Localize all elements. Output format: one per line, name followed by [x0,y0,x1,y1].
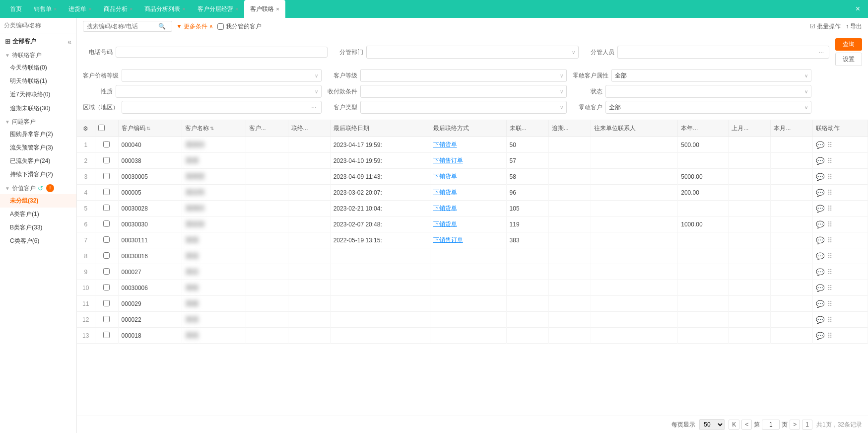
chat-icon[interactable]: 💬 [816,173,824,181]
staff-select[interactable]: ··· [617,46,829,59]
window-close-icon[interactable]: × [852,4,864,13]
query-button[interactable]: 查询 [835,38,862,51]
filter-search-input[interactable] [87,23,156,30]
sort-code-icon[interactable]: ⇅ [146,126,150,131]
status-select[interactable]: ∨ [605,85,811,98]
row-checkbox[interactable] [95,312,118,328]
chat-icon[interactable]: 💬 [816,205,824,213]
sidebar-item-ungrouped[interactable]: 未分组(32) [0,194,76,208]
chat-icon[interactable]: 💬 [816,236,824,244]
row-last-method[interactable]: 下销售订单 [430,153,506,169]
my-customers-checkbox[interactable]: 我分管的客户 [217,22,262,31]
close-tab-5-icon[interactable]: × [276,0,279,18]
attr-select[interactable]: 全部 ∨ [611,69,811,82]
export-btn[interactable]: ↑ 导出 [846,22,862,31]
app-icon[interactable]: ⠿ [827,157,832,165]
row-checkbox[interactable] [95,232,118,248]
sidebar-item-churning[interactable]: 流失预警客户(3) [0,141,76,154]
region-dots[interactable]: ··· [309,104,318,111]
row-checkbox[interactable] [95,296,118,312]
app-icon[interactable]: ⠿ [827,141,832,149]
nav-tab-0[interactable]: 销售单 × [28,0,63,18]
sidebar-item-7days[interactable]: 近7天待联络(0) [0,88,76,101]
row-checkbox[interactable] [95,153,118,169]
app-icon[interactable]: ⠿ [827,284,832,292]
last-method-link[interactable]: 下销售订单 [433,236,463,243]
refresh-icon[interactable]: ↺ [38,185,43,192]
level-select[interactable]: ∨ [360,69,566,82]
row-last-method[interactable]: 下销货单 [430,185,506,201]
sidebar-value-group[interactable]: ▼ 价值客户 ↺ ! [0,182,76,194]
sidebar-item-tomorrow[interactable]: 明天待联络(1) [0,74,76,88]
app-icon[interactable]: ⠿ [827,220,832,228]
row-checkbox[interactable] [95,280,118,296]
last-method-link[interactable]: 下销货单 [433,205,457,212]
app-icon[interactable]: ⠿ [827,316,832,324]
sidebar-collapse-icon[interactable]: « [67,38,71,46]
row-last-method[interactable]: 下销售订单 [430,232,506,248]
app-icon[interactable]: ⠿ [827,189,832,197]
row-checkbox[interactable] [95,328,118,344]
gear-icon[interactable]: ⚙ [83,125,88,132]
last-method-link[interactable]: 下销货单 [433,189,457,196]
filter-search-icon[interactable]: 🔍 [158,23,166,30]
chat-icon[interactable]: 💬 [816,316,824,324]
row-last-method[interactable]: 下销货单 [430,137,506,153]
sidebar-pending-group[interactable]: ▼ 待联络客户 [0,49,76,61]
row-last-method[interactable]: 下销货单 [430,216,506,232]
chat-icon[interactable]: 💬 [816,189,824,197]
row-checkbox[interactable] [95,201,118,216]
batch-op-btn[interactable]: ☑ 批量操作 [810,22,841,31]
nav-tab-1[interactable]: 进货单 × [63,0,97,18]
phone-input[interactable] [116,47,328,58]
sidebar-item-a-class[interactable]: A类客户(1) [0,208,76,221]
chat-icon[interactable]: 💬 [816,252,824,260]
type-select[interactable]: ∨ [360,101,566,114]
chat-icon[interactable]: 💬 [816,220,824,228]
dept-select[interactable]: ∨ [366,46,578,59]
sidebar-search-input[interactable] [4,22,77,29]
close-tab-2-icon[interactable]: × [130,0,133,18]
region-select[interactable]: ··· [122,101,322,114]
close-tab-0-icon[interactable]: × [54,0,57,18]
first-page-btn[interactable]: K [729,420,739,430]
sidebar-item-churned[interactable]: 已流失客户(24) [0,154,76,168]
chat-icon[interactable]: 💬 [816,157,824,165]
close-tab-1-icon[interactable]: × [88,0,91,18]
sidebar-problem-group[interactable]: ▼ 问题客户 [0,115,76,128]
sidebar-item-overdue[interactable]: 逾期未联络(30) [0,102,76,115]
retail-select[interactable]: 全部 ∨ [605,101,811,114]
reset-button[interactable]: 设置 [835,53,862,66]
sort-name-icon[interactable]: ⇅ [210,126,214,131]
close-tab-3-icon[interactable]: × [182,0,185,18]
staff-dots[interactable]: ··· [817,49,826,56]
last-method-link[interactable]: 下销售订单 [433,157,463,164]
row-checkbox[interactable] [95,216,118,232]
sidebar-item-c-class[interactable]: C类客户(6) [0,234,76,248]
nav-home[interactable]: 首页 [4,0,28,18]
last-method-link[interactable]: 下销货单 [433,220,457,227]
app-icon[interactable]: ⠿ [827,236,832,244]
app-icon[interactable]: ⠿ [827,205,832,213]
row-checkbox[interactable] [95,264,118,280]
last-method-link[interactable]: 下销货单 [433,141,457,148]
app-icon[interactable]: ⠿ [827,332,832,340]
my-customers-check[interactable] [217,23,224,30]
chat-icon[interactable]: 💬 [816,284,824,292]
last-method-link[interactable]: 下销货单 [433,173,457,180]
per-page-select[interactable]: 50 100 200 [699,419,725,430]
select-all-checkbox[interactable] [98,125,105,131]
chat-icon[interactable]: 💬 [816,300,824,308]
nav-tab-5[interactable]: 客户联络 × [244,0,285,18]
app-icon[interactable]: ⠿ [827,252,832,260]
chat-icon[interactable]: 💬 [816,141,824,149]
row-checkbox[interactable] [95,169,118,185]
prev-page-btn[interactable]: < [741,420,752,430]
nav-tab-4[interactable]: 客户分层经营 × [192,0,244,18]
app-icon[interactable]: ⠿ [827,173,832,181]
row-checkbox[interactable] [95,185,118,201]
sidebar-item-declining[interactable]: 持续下滑客户(2) [0,168,76,181]
next-page-btn[interactable]: > [790,420,800,430]
pay-select[interactable]: ∨ [360,85,566,98]
chat-icon[interactable]: 💬 [816,332,824,340]
